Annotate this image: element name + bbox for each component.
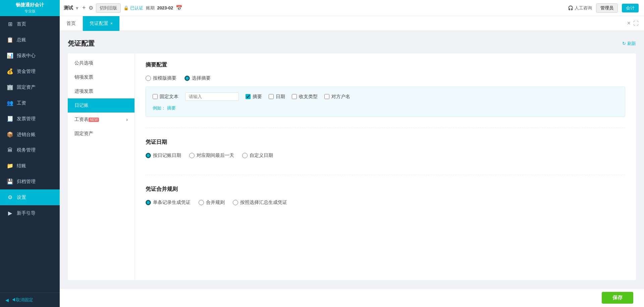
checkbox-fixed-text-input[interactable] <box>153 94 158 99</box>
sidebar-item-invoice[interactable]: 🧾 发票管理 <box>0 111 60 127</box>
radio-journal-date[interactable]: 按日记账日期 <box>146 152 181 159</box>
inner-layout: 公共选项 销项发票 进项发票 日记账 工资表 NEW › <box>68 53 636 280</box>
left-nav-item-public[interactable]: 公共选项 <box>68 56 135 70</box>
add-icon[interactable]: + <box>82 4 86 11</box>
dropdown-icon[interactable]: ▾ <box>76 5 78 11</box>
sidebar-item-ledger[interactable]: 📋 总账 <box>0 32 60 48</box>
checkbox-pay-type-input[interactable] <box>292 94 297 99</box>
radio-merge-input[interactable] <box>199 200 204 205</box>
sidebar-label-assets: 固定资产 <box>17 84 36 90</box>
switch-old-button[interactable]: 切到旧版 <box>96 3 121 13</box>
sidebar-item-capital[interactable]: 💰 资金管理 <box>0 63 60 79</box>
radio-custom-date-input[interactable] <box>242 153 248 158</box>
merge-section: 凭证合并规则 单条记录生成凭证 合并规则 <box>146 186 625 222</box>
assets-icon: 🏢 <box>7 84 13 90</box>
summary-example-row: 例如： 摘要 <box>153 105 618 111</box>
sidebar-item-settings[interactable]: ⚙ 设置 <box>0 189 60 205</box>
radio-select-summary[interactable]: 选择摘要 <box>184 75 211 81</box>
certified-label: 已认证 <box>130 5 143 11</box>
tab-close-icon[interactable]: × <box>110 21 113 26</box>
top-bar: 畅捷通好会计 专业版 测试 ▾ + ⚙ 切到旧版 🔒 已认证 账期 2023-0… <box>0 0 644 16</box>
workspace-label: 测试 <box>64 5 73 11</box>
window-close-button[interactable]: × <box>627 20 631 27</box>
left-nav-item-payroll[interactable]: 工资表 NEW › <box>68 113 135 127</box>
radio-single-input[interactable] <box>146 200 151 205</box>
radio-single-label: 单条记录生成凭证 <box>153 200 191 206</box>
cancel-fixed-button[interactable]: ◀ ◀取消固定 <box>0 293 60 307</box>
settings-icon[interactable]: ⚙ <box>89 5 93 11</box>
fixed-text-input[interactable] <box>185 92 239 101</box>
sidebar-label-close: 结账 <box>17 163 26 169</box>
invoice-icon: 🧾 <box>7 116 13 122</box>
sidebar-item-archive[interactable]: 💾 归档管理 <box>0 174 60 189</box>
radio-summary-generate[interactable]: 按照选择汇总生成凭证 <box>233 200 287 206</box>
main-layout: ⊞ 首页 📋 总账 📊 报表中心 💰 资金管理 🏢 固定资产 👥 工资 🧾 发票… <box>0 16 644 307</box>
checkbox-pay-type-label: 收支类型 <box>299 94 318 100</box>
sidebar-label-settings: 设置 <box>17 194 26 201</box>
radio-summary-generate-label: 按照选择汇总生成凭证 <box>240 200 287 206</box>
radio-select-label: 选择摘要 <box>192 75 211 81</box>
radio-period-last[interactable]: 对应期间最后一天 <box>189 152 234 159</box>
new-badge: NEW <box>89 118 99 122</box>
sidebar-item-guide[interactable]: ▶ 新手引导 <box>0 205 60 221</box>
logo-subtitle: 专业版 <box>24 9 36 14</box>
accountant-button[interactable]: 会计 <box>622 4 639 12</box>
checkbox-pay-type[interactable]: 收支类型 <box>292 94 318 100</box>
sidebar-label-purchase-sale: 进销台账 <box>17 132 36 138</box>
sidebar-label-guide: 新手引导 <box>17 210 36 216</box>
radio-template-input[interactable] <box>146 76 151 81</box>
radio-template-summary[interactable]: 按模版摘要 <box>146 75 176 81</box>
page-content: 凭证配置 ↻ 刷新 公共选项 销项发票 进项发票 <box>60 31 644 288</box>
tab-voucher-config[interactable]: 凭证配置 × <box>83 16 120 31</box>
example-text: 摘要 <box>167 105 176 111</box>
save-button[interactable]: 保存 <box>602 292 633 304</box>
sidebar-item-tax[interactable]: 🏛 税务管理 <box>0 142 60 158</box>
page-title: 凭证配置 <box>68 39 95 48</box>
example-label: 例如： <box>153 105 166 111</box>
period-label: 账期 <box>146 5 155 11</box>
left-nav-item-fixed-assets[interactable]: 固定资产 <box>68 127 135 141</box>
checkbox-summary[interactable]: 摘要 <box>246 94 262 100</box>
refresh-button[interactable]: ↻ 刷新 <box>622 41 636 47</box>
consult-button[interactable]: 🎧 人工咨询 <box>568 5 592 11</box>
close-period-icon: 📁 <box>7 163 13 169</box>
summary-options-box: 固定文本 摘要 日期 <box>146 87 625 117</box>
admin-button[interactable]: 管理员 <box>596 3 618 13</box>
sidebar-label-capital: 资金管理 <box>17 69 36 75</box>
sidebar-item-home[interactable]: ⊞ 首页 <box>0 16 60 32</box>
checkbox-fixed-text[interactable]: 固定文本 <box>153 94 178 100</box>
radio-merge[interactable]: 合并规则 <box>199 200 225 206</box>
radio-custom-date[interactable]: 自定义日期 <box>242 152 273 159</box>
sidebar-label-report: 报表中心 <box>17 53 36 59</box>
sidebar-item-assets[interactable]: 🏢 固定资产 <box>0 79 60 95</box>
radio-journal-date-input[interactable] <box>146 153 151 158</box>
checkbox-date-input[interactable] <box>269 94 274 99</box>
capital-icon: 💰 <box>7 68 13 75</box>
left-nav-item-journal[interactable]: 日记账 <box>68 98 135 113</box>
left-nav-label-journal: 日记账 <box>74 102 89 108</box>
radio-summary-generate-input[interactable] <box>233 200 238 205</box>
radio-single[interactable]: 单条记录生成凭证 <box>146 200 191 206</box>
sidebar-item-purchase-sale[interactable]: 📦 进销台账 <box>0 127 60 142</box>
checkbox-counter-name[interactable]: 对方户名 <box>324 94 350 100</box>
tab-home-label: 首页 <box>66 20 76 27</box>
radio-period-last-input[interactable] <box>189 153 195 158</box>
sidebar-item-salary[interactable]: 👥 工资 <box>0 95 60 111</box>
left-nav-item-purchase-invoice[interactable]: 进项发票 <box>68 84 135 98</box>
checkbox-summary-input[interactable] <box>246 94 251 99</box>
sidebar-item-close[interactable]: 📁 结账 <box>0 158 60 174</box>
merge-radio-group: 单条记录生成凭证 合并规则 按照选择汇总生成凭证 <box>146 200 625 206</box>
tab-home[interactable]: 首页 <box>60 16 83 31</box>
top-bar-right: 🎧 人工咨询 管理员 会计 <box>568 3 639 13</box>
payroll-arrow-icon: › <box>126 117 128 122</box>
checkbox-counter-name-input[interactable] <box>324 94 329 99</box>
checkbox-date[interactable]: 日期 <box>269 94 285 100</box>
merge-section-title: 凭证合并规则 <box>146 186 625 193</box>
radio-custom-date-label: 自定义日期 <box>250 152 273 159</box>
sidebar-item-report[interactable]: 📊 报表中心 <box>0 48 60 63</box>
radio-select-input[interactable] <box>184 76 190 81</box>
checkbox-date-label: 日期 <box>276 94 285 100</box>
calendar-icon[interactable]: 📅 <box>176 5 182 11</box>
left-nav-item-sales-invoice[interactable]: 销项发票 <box>68 70 135 84</box>
window-expand-button[interactable]: ⛶ <box>633 20 639 27</box>
